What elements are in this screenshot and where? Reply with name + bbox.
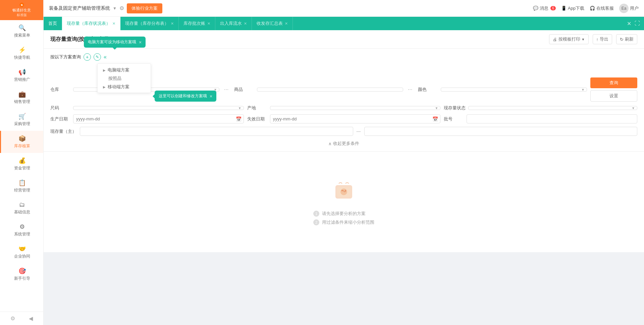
export-button[interactable]: ↑ 导出 <box>593 34 612 44</box>
origin-dropdown-icon: ▼ <box>435 106 438 110</box>
filter-goods-field: 商品 <box>234 87 403 93</box>
logo-icon: 畅 <box>16 3 28 7</box>
system-dropdown-btn[interactable]: ▼ <box>113 6 117 11</box>
size-dropdown-icon: ▼ <box>238 106 241 110</box>
filter-arrow-button[interactable]: « <box>104 54 107 60</box>
goods-select[interactable] <box>257 88 403 92</box>
stock-status-select[interactable]: ▼ <box>468 106 637 110</box>
sidebar-menu-item-basic[interactable]: 🗂 基础信息 <box>0 197 43 219</box>
sidebar-menu-item-sales[interactable]: 💼 销售管理 <box>0 87 43 109</box>
scheme-tree-mobile[interactable]: ▶ 移动端方案 <box>98 83 151 91</box>
step2-num: 2 <box>313 219 319 225</box>
refresh-button[interactable]: ↻ 刷新 <box>616 34 637 44</box>
online-support-item[interactable]: 🎧 在线客服 <box>590 5 614 11</box>
stock-main-from-input[interactable] <box>80 127 353 136</box>
sidebar-logo: 畅 畅通好生意 标准版 <box>0 0 43 20</box>
tooltip2-close-btn[interactable]: × <box>210 94 212 99</box>
tab-close-receive-summary[interactable]: ✕ <box>285 21 288 26</box>
filter-color-field: 颜色 ▼ <box>418 87 587 93</box>
user-item[interactable]: Ea 用户 <box>619 4 639 13</box>
top-header: 装备及固定资产辅助管理系统 ▼ ⚙ 体验行业方案 💬 消息 6 📱 App下载 … <box>44 0 644 17</box>
stock-main-to-input[interactable] <box>364 127 638 136</box>
filter-produce-date-field: 生产日期 📅 <box>50 114 244 123</box>
tab-close-in-out-flow[interactable]: ✕ <box>244 21 247 26</box>
sidebar-menu-item-search[interactable]: 🔍 搜索菜单 <box>0 20 43 42</box>
tab-in-out-flow[interactable]: 出入库流水 ✕ <box>215 17 252 30</box>
enterprise-icon: 🤝 <box>18 245 26 253</box>
filter-edit-button[interactable]: ✎ <box>94 53 101 61</box>
calendar-icon-2: 📅 <box>432 116 438 122</box>
sidebar-menu-item-purchase[interactable]: 🛒 采购管理 <box>0 109 43 131</box>
tab-close-inventory-status[interactable]: ✕ <box>112 21 115 26</box>
stock-status-dropdown-icon: ▼ <box>632 106 635 110</box>
filter-row-2: 尺码 ▼ 产地 ▼ 现存量状态 <box>50 105 637 111</box>
sidebar-bottom: ⚙ ◀ <box>0 312 43 325</box>
tab-close-batch-ledger[interactable]: ✕ <box>207 21 210 26</box>
sidebar-menu-item-system[interactable]: ⚙ 系统管理 <box>0 219 43 241</box>
scheme-label-mobile: 移动端方案 <box>108 84 129 90</box>
tooltip-bubble-1: 电脑方案可设为移动方案哦 × <box>84 37 146 48</box>
chevron-down-icon: ▼ <box>582 38 585 41</box>
tab-close-inventory-distribution[interactable]: ✕ <box>171 21 174 26</box>
query-button[interactable]: 查询 <box>590 77 637 88</box>
scheme-tree: ▶ 电脑端方案 按照品 ▶ 移动端方案 <box>98 64 151 93</box>
expire-date-input[interactable]: 📅 <box>270 114 441 123</box>
logo-sub: 标准版 <box>17 13 27 17</box>
basic-icon: 🗂 <box>19 201 25 208</box>
refresh-icon: ↻ <box>620 37 624 42</box>
warehouse-more-btn[interactable]: ··· <box>223 87 231 93</box>
filter-add-button[interactable]: + <box>84 53 91 61</box>
filter-area: 按以下方案查询 + ✎ « 电脑方案可设为移动方案哦 × ▶ 电脑端方案 <box>44 49 644 152</box>
sidebar-menu-item-nav[interactable]: ⚡ 快捷导航 <box>0 42 43 64</box>
tab-close-all-btn[interactable]: ✕ <box>626 19 633 28</box>
header-settings-btn[interactable]: ⚙ <box>119 5 124 11</box>
color-select[interactable]: ▼ <box>441 88 587 92</box>
produce-date-input[interactable]: 📅 <box>73 114 244 123</box>
goods-more-btn[interactable]: ··· <box>407 87 415 93</box>
template-print-button[interactable]: 🖨 按模板打印 ▼ <box>549 34 589 44</box>
filter-batch-field: 批号 <box>444 114 637 123</box>
trial-button[interactable]: 体验行业方案 <box>127 3 162 13</box>
batch-label: 批号 <box>444 116 464 122</box>
system-name: 装备及固定资产辅助管理系统 <box>49 5 110 11</box>
tab-batch-ledger[interactable]: 库存批次账 ✕ <box>179 17 215 30</box>
operations-icon: 📋 <box>18 179 26 186</box>
sidebar-menu-item-finance[interactable]: 💰 资金管理 <box>0 153 43 175</box>
filter-actions-row: ∧ 收起更多条件 <box>50 141 637 147</box>
expire-date-field[interactable] <box>273 116 438 121</box>
collapse-bottom-btn[interactable]: ◀ <box>29 315 33 322</box>
inventory-icon: 📦 <box>18 135 26 142</box>
notification-item[interactable]: 💬 消息 6 <box>533 5 556 11</box>
main-area: 装备及固定资产辅助管理系统 ▼ ⚙ 体验行业方案 💬 消息 6 📱 App下载 … <box>44 0 644 325</box>
origin-select[interactable]: ▼ <box>270 106 441 110</box>
collapse-button[interactable]: ∧ 收起更多条件 <box>328 141 359 147</box>
tab-receive-summary[interactable]: 收发存汇总表 ✕ <box>252 17 293 30</box>
sidebar-menu-item-marketing[interactable]: 📢 营销推广 <box>0 64 43 87</box>
warehouse-label: 仓库 <box>50 87 70 93</box>
tab-fullscreen-btn[interactable]: ⛶ <box>633 19 641 28</box>
scheme-tree-desktop[interactable]: ▶ 电脑端方案 <box>98 66 151 74</box>
empty-step-2: 2 用过滤条件来缩小分析范围 <box>313 219 374 225</box>
app-download-item[interactable]: 📱 App下载 <box>561 5 584 11</box>
empty-step-1: 1 请先选择要分析的方案 <box>313 211 374 217</box>
tooltip1-close-btn[interactable]: × <box>139 40 142 45</box>
color-dropdown-icon: ▼ <box>581 88 585 92</box>
sidebar-menu-item-guide[interactable]: 🎯 新手引导 <box>0 263 43 285</box>
sidebar-menu-item-inventory[interactable]: 📦 库存核算 <box>0 131 43 153</box>
size-label: 尺码 <box>50 105 70 111</box>
tab-inventory-distribution[interactable]: 现存量（库存分布表） ✕ <box>120 17 179 30</box>
filter-origin-field: 产地 ▼ <box>247 105 441 111</box>
batch-input[interactable] <box>467 114 637 123</box>
tab-inventory-status[interactable]: 现存量（库存状况表） ✕ <box>62 17 120 30</box>
sidebar-menu-item-enterprise[interactable]: 🤝 企业协同 <box>0 241 43 263</box>
scheme-tree-panel: ▶ 电脑端方案 按照品 ▶ 移动端方案 这里可以创建和修改方案哦 × <box>97 63 151 93</box>
produce-date-field[interactable] <box>76 116 241 121</box>
tab-home[interactable]: 首页 <box>44 17 62 30</box>
settings-bottom-btn[interactable]: ⚙ <box>10 315 15 322</box>
filter-expire-date-field: 失效日期 📅 <box>247 114 441 123</box>
reset-button[interactable]: 设置 <box>590 90 637 102</box>
color-label: 颜色 <box>418 87 438 93</box>
sidebar-menu-item-operations[interactable]: 📋 经营管理 <box>0 175 43 197</box>
size-select[interactable]: ▼ <box>73 106 244 110</box>
scheme-tree-sub-item-1[interactable]: 按照品 <box>98 74 151 83</box>
